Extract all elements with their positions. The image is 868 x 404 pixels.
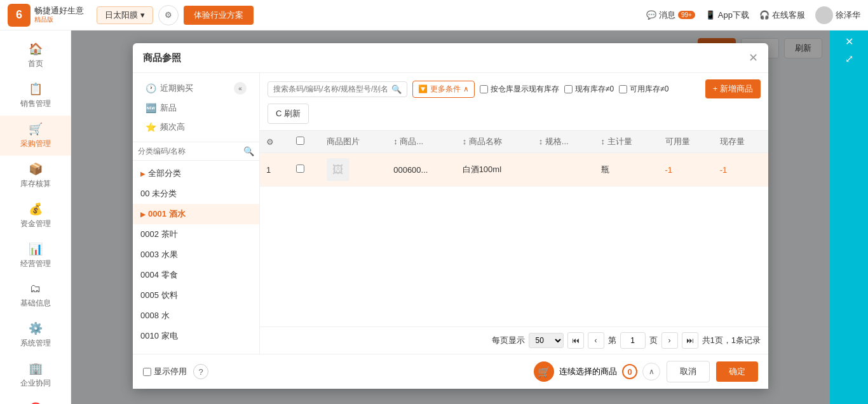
col-available: 可用量 bbox=[659, 131, 714, 153]
cell-num: 1 bbox=[260, 153, 290, 187]
online-service-item[interactable]: 🎧 在线客服 bbox=[759, 10, 805, 21]
per-page-label: 每页显示 bbox=[492, 335, 525, 346]
sidebar-item-system[interactable]: ⚙️ 系统管理 bbox=[0, 315, 71, 355]
sales-icon: 📋 bbox=[29, 82, 43, 96]
expand-icon[interactable]: ⤢ bbox=[845, 53, 853, 65]
checkbox-available-stock-input[interactable] bbox=[619, 85, 627, 93]
product-table-wrap: ⚙ 商品图片 ↕ 商品... ↕ 商品名称 ↕ 规格... ↕ 主计量 可用量 bbox=[260, 131, 768, 327]
category-00[interactable]: 00 未分类 bbox=[133, 184, 259, 204]
checkbox-current-stock: 现有库存≠0 bbox=[564, 84, 614, 95]
checkbox-current-stock-label: 现有库存≠0 bbox=[575, 84, 614, 95]
first-page-btn[interactable]: ⏮ bbox=[567, 332, 584, 349]
category-0002[interactable]: 0002 茶叶 bbox=[133, 224, 259, 245]
sidebar-item-enterprise[interactable]: 🏢 企业协同 bbox=[0, 355, 71, 395]
sidebar-item-purchase[interactable]: 🛒 采购管理 bbox=[0, 116, 71, 156]
next-page-btn[interactable]: › bbox=[661, 332, 678, 349]
filter-recent-label: 近期购买 bbox=[160, 83, 193, 94]
category-0005[interactable]: 0005 饮料 bbox=[133, 285, 259, 306]
category-0003[interactable]: 0003 水果 bbox=[133, 245, 259, 265]
product-search-input[interactable] bbox=[273, 84, 389, 93]
user-item[interactable]: 徐泽华 bbox=[815, 6, 860, 24]
filter-frequent[interactable]: ⭐ 频次高 bbox=[138, 118, 254, 137]
mobile-icon: 📱 bbox=[705, 10, 715, 20]
operations-icon: 📊 bbox=[29, 242, 43, 256]
sidebar-item-sales[interactable]: 📋 销售管理 bbox=[0, 76, 71, 116]
per-page-select[interactable]: 50 10 20 100 bbox=[529, 333, 564, 348]
category-00-label: 00 未分类 bbox=[140, 188, 177, 199]
sidebar-item-base[interactable]: 🗂 基础信息 bbox=[0, 276, 71, 315]
checkbox-current-stock-input[interactable] bbox=[564, 85, 573, 93]
category-all[interactable]: ▶ 全部分类 bbox=[133, 163, 259, 184]
sidebar-item-purchase-label: 采购管理 bbox=[20, 138, 51, 149]
sidebar-item-inventory[interactable]: 📦 库存核算 bbox=[0, 156, 71, 196]
category-0003-label: 0003 水果 bbox=[140, 249, 178, 260]
table-row[interactable]: 1 🖼 000600... 白酒100ml bbox=[260, 153, 768, 187]
filter-recent[interactable]: 🕐 近期购买 « bbox=[138, 78, 254, 98]
cell-unit: 瓶 bbox=[595, 153, 659, 187]
select-all-checkbox[interactable] bbox=[296, 137, 304, 145]
checkbox-available-stock: 可用库存≠0 bbox=[619, 84, 668, 95]
sidebar-item-home[interactable]: 🏠 首页 bbox=[0, 36, 71, 76]
sidebar-item-guide[interactable]: 🎯 新手引导 bbox=[0, 395, 71, 404]
cell-img: 🖼 bbox=[320, 153, 387, 187]
row-checkbox[interactable] bbox=[296, 165, 304, 173]
filter-icon: 🔽 bbox=[418, 84, 428, 93]
more-filter-label: 更多条件 bbox=[430, 84, 461, 95]
cart-count: 0 bbox=[622, 364, 637, 379]
purchase-icon: 🛒 bbox=[29, 122, 43, 136]
finance-icon: 💰 bbox=[29, 202, 43, 216]
nav-dropdown[interactable]: 日太阳膜 ▾ bbox=[97, 6, 153, 24]
modal-close-button[interactable]: ✕ bbox=[749, 51, 758, 65]
confirm-btn[interactable]: 确定 bbox=[716, 361, 758, 382]
category-0010[interactable]: 0010 家电 bbox=[133, 326, 259, 346]
messages-item[interactable]: 💬 消息 99+ bbox=[646, 10, 695, 21]
cart-area: 🛒 连续选择的商品 0 ∧ bbox=[534, 361, 660, 382]
cart-icon[interactable]: 🛒 bbox=[534, 361, 554, 382]
collapse-cart-btn[interactable]: ∧ bbox=[642, 363, 660, 380]
filter-frequent-label: 频次高 bbox=[160, 121, 185, 133]
category-search-icon[interactable]: 🔍 bbox=[243, 146, 254, 156]
main-layout: 🏠 首页 📋 销售管理 🛒 采购管理 📦 库存核算 💰 资金管理 📊 经营管理 … bbox=[0, 30, 868, 404]
base-icon: 🗂 bbox=[30, 282, 41, 295]
close-panel-icon[interactable]: ✕ bbox=[845, 36, 853, 48]
sidebar-item-sales-label: 销售管理 bbox=[20, 98, 51, 109]
category-search-input[interactable] bbox=[138, 147, 241, 156]
checkbox-inventory-input[interactable] bbox=[480, 85, 488, 93]
top-nav: 6 畅捷通好生意 精品版 日太阳膜 ▾ ⚙ 体验行业方案 💬 消息 99+ 📱 … bbox=[0, 0, 868, 30]
filter-new[interactable]: 🆕 新品 bbox=[138, 98, 254, 118]
last-page-btn[interactable]: ⏭ bbox=[682, 332, 698, 349]
col-settings[interactable]: ⚙ bbox=[260, 131, 290, 153]
home-icon: 🏠 bbox=[29, 42, 43, 56]
avatar bbox=[815, 6, 833, 24]
col-code[interactable]: ↕ 商品... bbox=[387, 131, 456, 153]
nav-gear-button[interactable]: ⚙ bbox=[158, 5, 179, 25]
collapse-left-btn[interactable]: « bbox=[234, 82, 247, 95]
content-area: 查询 设置 刷新 商品参照 ✕ 🕐 bbox=[71, 30, 830, 404]
category-0001[interactable]: ▶ 0001 酒水 bbox=[133, 204, 259, 224]
col-unit[interactable]: ↕ 主计量 bbox=[595, 131, 659, 153]
cancel-btn[interactable]: 取消 bbox=[667, 361, 710, 382]
nav-dropdown-label: 日太阳膜 bbox=[105, 10, 138, 21]
product-table: ⚙ 商品图片 ↕ 商品... ↕ 商品名称 ↕ 规格... ↕ 主计量 可用量 bbox=[260, 131, 768, 187]
app-download-item[interactable]: 📱 App下载 bbox=[705, 10, 749, 21]
cell-checkbox bbox=[290, 153, 320, 187]
modal-footer: 显示停用 ? 🛒 连续选择的商品 0 ∧ 取消 确定 bbox=[133, 354, 768, 389]
cell-code: 000600... bbox=[387, 153, 456, 187]
more-filter-btn[interactable]: 🔽 更多条件 ∧ bbox=[412, 81, 475, 98]
category-0008[interactable]: 0008 水 bbox=[133, 306, 259, 326]
add-product-btn[interactable]: + 新增商品 bbox=[705, 79, 761, 98]
col-spec[interactable]: ↕ 规格... bbox=[532, 131, 595, 153]
col-name[interactable]: ↕ 商品名称 bbox=[456, 131, 532, 153]
category-0004[interactable]: 0004 零食 bbox=[133, 265, 259, 285]
refresh-btn[interactable]: C 刷新 bbox=[268, 104, 309, 124]
page-input[interactable] bbox=[620, 332, 646, 349]
show-disabled-checkbox[interactable] bbox=[143, 368, 151, 376]
sidebar-item-finance[interactable]: 💰 资金管理 bbox=[0, 196, 71, 236]
search-icon[interactable]: 🔍 bbox=[391, 84, 402, 94]
experience-btn[interactable]: 体验行业方案 bbox=[184, 6, 254, 25]
sidebar-item-operations[interactable]: 📊 经营管理 bbox=[0, 236, 71, 276]
prev-page-btn[interactable]: ‹ bbox=[588, 332, 604, 349]
page-label: 第 bbox=[608, 335, 616, 346]
cell-available: -1 bbox=[659, 153, 714, 187]
help-button[interactable]: ? bbox=[193, 364, 208, 379]
